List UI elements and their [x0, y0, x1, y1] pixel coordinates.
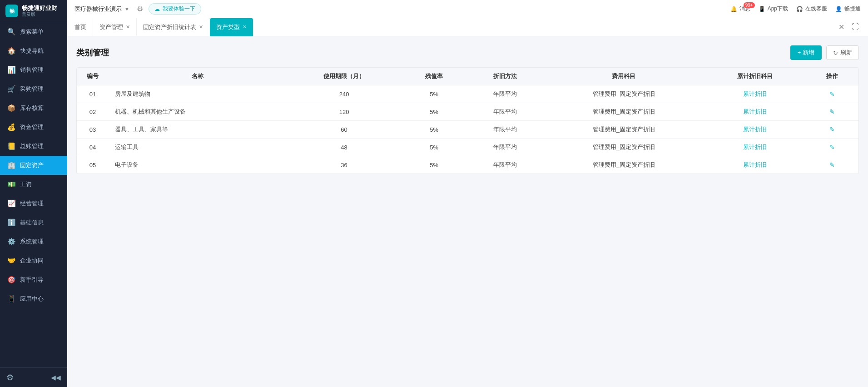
tab-asset-type-close[interactable]: ✕ — [243, 24, 247, 30]
cell-code: 04 — [77, 139, 109, 156]
sidebar-item-fixed-assets[interactable]: 🏢 固定资产 — [0, 156, 67, 175]
tab-depreciation-table[interactable]: 固定资产折旧统计表 ✕ — [137, 18, 210, 36]
guide-icon: 🎯 — [7, 276, 15, 284]
expand-tab-button[interactable]: ⛶ — [850, 21, 861, 33]
cell-code: 01 — [77, 85, 109, 103]
page-actions: + 新增 ↻ 刷新 — [790, 45, 859, 60]
cell-expense-subject: 管理费用_固定资产折旧 — [544, 121, 704, 139]
cell-name: 电子设备 — [109, 156, 287, 174]
capital-icon: 💰 — [7, 123, 15, 131]
sidebar-item-cooperation[interactable]: 🤝 企业协同 — [0, 251, 67, 270]
sidebar-item-label: 应用中心 — [20, 295, 44, 303]
sidebar-item-label: 新手引导 — [20, 276, 44, 284]
app-download-label: App下载 — [768, 5, 788, 13]
main-content: 医疗器械行业演示 ▼ ⚙ ☁ 我要体验一下 🔔 消息 99+ 📱 App下载 🎧… — [67, 0, 868, 387]
sidebar-item-label: 快捷导航 — [20, 47, 44, 55]
company-selector[interactable]: 医疗器械行业演示 ▼ — [74, 5, 129, 13]
refresh-button[interactable]: ↻ 刷新 — [826, 45, 859, 60]
col-header-name: 名称 — [109, 68, 287, 85]
cell-accumulated-subject: 累计折旧 — [704, 139, 806, 156]
cell-expense-subject: 管理费用_固定资产折旧 — [544, 103, 704, 121]
col-header-usage-period: 使用期限（月） — [287, 68, 402, 85]
table-row: 02 机器、机械和其他生产设备 120 5% 年限平均 管理费用_固定资产折旧 … — [77, 103, 858, 121]
edit-icon[interactable]: ✎ — [829, 90, 835, 98]
cell-code: 02 — [77, 103, 109, 121]
edit-icon[interactable]: ✎ — [829, 161, 835, 169]
sidebar-item-label: 基础信息 — [20, 218, 44, 227]
sidebar-item-purchase[interactable]: 🛒 采购管理 — [0, 79, 67, 99]
sidebar-item-label: 工资 — [20, 180, 32, 189]
sidebar-item-label: 搜索菜单 — [20, 28, 44, 36]
cell-action[interactable]: ✎ — [806, 139, 858, 156]
tab-asset-mgmt-close[interactable]: ✕ — [126, 24, 130, 30]
fixed-assets-icon: 🏢 — [7, 161, 15, 169]
collapse-icon[interactable]: ◀◀ — [51, 374, 61, 381]
system-icon: ⚙️ — [7, 238, 15, 246]
tab-asset-type[interactable]: 资产类型 ✕ — [210, 18, 253, 36]
chevron-down-icon: ▼ — [124, 6, 129, 12]
sidebar-item-capital[interactable]: 💰 资金管理 — [0, 118, 67, 137]
sidebar-item-app-center[interactable]: 📱 应用中心 — [0, 289, 67, 308]
basic-info-icon: ℹ️ — [7, 218, 15, 227]
sidebar-item-ledger[interactable]: 📒 总账管理 — [0, 137, 67, 156]
cell-accumulated-subject: 累计折旧 — [704, 156, 806, 174]
try-button[interactable]: ☁ 我要体验一下 — [149, 3, 201, 15]
content-area: 类别管理 + 新增 ↻ 刷新 编号 名称 使用期限（月） 残值率 折旧方法 — [67, 36, 868, 387]
cell-name: 房屋及建筑物 — [109, 85, 287, 103]
cell-action[interactable]: ✎ — [806, 121, 858, 139]
sidebar-item-label: 资金管理 — [20, 123, 44, 131]
cell-action[interactable]: ✎ — [806, 85, 858, 103]
sidebar-item-guide[interactable]: 🎯 新手引导 — [0, 270, 67, 289]
headset-icon: 🎧 — [796, 6, 803, 12]
sales-icon: 📊 — [7, 66, 15, 74]
sidebar-item-system[interactable]: ⚙️ 系统管理 — [0, 232, 67, 251]
cell-residual-rate: 5% — [402, 121, 466, 139]
sidebar-item-label: 总账管理 — [20, 142, 44, 150]
sidebar-footer: ⚙ ◀◀ — [0, 367, 67, 387]
col-header-residual-rate: 残值率 — [402, 68, 466, 85]
notifications-button[interactable]: 🔔 消息 99+ — [730, 5, 750, 13]
inventory-icon: 📦 — [7, 104, 15, 112]
sidebar-item-search[interactable]: 🔍 搜索菜单 — [0, 22, 67, 41]
col-header-accumulated-subject: 累计折旧科目 — [704, 68, 806, 85]
sidebar-item-sales[interactable]: 📊 销售管理 — [0, 60, 67, 79]
sidebar-nav: 🔍 搜索菜单 🏠 快捷导航 📊 销售管理 🛒 采购管理 📦 库存核算 💰 资金管… — [0, 22, 67, 367]
sidebar-item-basic-info[interactable]: ℹ️ 基础信息 — [0, 213, 67, 232]
download-icon: 📱 — [759, 6, 765, 12]
close-tab-button[interactable]: ✕ — [837, 21, 846, 33]
app-download-button[interactable]: 📱 App下载 — [759, 5, 788, 13]
app-logo-icon: 畅 — [5, 5, 18, 17]
sidebar-item-quick-nav[interactable]: 🏠 快捷导航 — [0, 41, 67, 60]
sidebar-item-inventory[interactable]: 📦 库存核算 — [0, 99, 67, 118]
customer-service-button[interactable]: 🎧 在线客服 — [796, 5, 827, 13]
cell-usage-period: 120 — [287, 103, 402, 121]
col-header-depreciation-method: 折旧方法 — [466, 68, 544, 85]
sidebar-item-label: 库存核算 — [20, 104, 44, 112]
sidebar-item-operations[interactable]: 📈 经营管理 — [0, 194, 67, 213]
cell-action[interactable]: ✎ — [806, 103, 858, 121]
gear-icon[interactable]: ⚙ — [137, 5, 143, 13]
cell-action[interactable]: ✎ — [806, 156, 858, 174]
edit-icon[interactable]: ✎ — [829, 144, 835, 151]
edit-icon[interactable]: ✎ — [829, 126, 835, 133]
cell-usage-period: 48 — [287, 139, 402, 156]
sidebar: 畅 畅捷通好业财 普及版 🔍 搜索菜单 🏠 快捷导航 📊 销售管理 🛒 采购管理… — [0, 0, 67, 387]
sidebar-item-payroll[interactable]: 💵 工资 — [0, 175, 67, 194]
edit-icon[interactable]: ✎ — [829, 108, 835, 115]
col-header-code: 编号 — [77, 68, 109, 85]
tab-asset-mgmt[interactable]: 资产管理 ✕ — [93, 18, 137, 36]
user-menu[interactable]: 👤 畅捷通 — [835, 5, 861, 13]
data-table: 编号 名称 使用期限（月） 残值率 折旧方法 费用科目 累计折旧科目 操作 01… — [76, 67, 859, 174]
tab-depreciation-close[interactable]: ✕ — [199, 24, 203, 30]
settings-icon[interactable]: ⚙ — [6, 372, 14, 382]
tab-home[interactable]: 首页 — [74, 18, 93, 36]
tabs-right-actions: ✕ ⛶ — [837, 21, 861, 33]
topbar-left: 医疗器械行业演示 ▼ ⚙ ☁ 我要体验一下 — [74, 3, 201, 15]
cell-depreciation-method: 年限平均 — [466, 85, 544, 103]
table-row: 04 运输工具 48 5% 年限平均 管理费用_固定资产折旧 累计折旧 ✎ — [77, 139, 858, 156]
new-button[interactable]: + 新增 — [790, 45, 822, 60]
sidebar-item-label: 销售管理 — [20, 66, 44, 74]
table-row: 03 器具、工具、家具等 60 5% 年限平均 管理费用_固定资产折旧 累计折旧… — [77, 121, 858, 139]
tabs-bar: 首页 资产管理 ✕ 固定资产折旧统计表 ✕ 资产类型 ✕ ✕ ⛶ — [67, 18, 868, 36]
topbar: 医疗器械行业演示 ▼ ⚙ ☁ 我要体验一下 🔔 消息 99+ 📱 App下载 🎧… — [67, 0, 868, 18]
